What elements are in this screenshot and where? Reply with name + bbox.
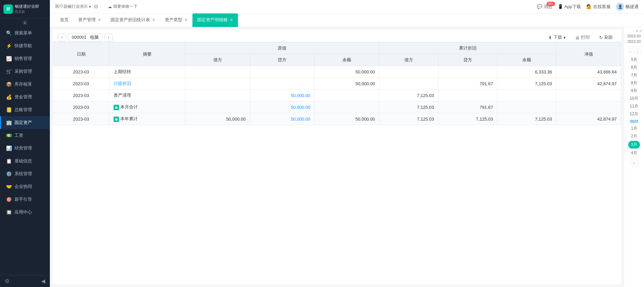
app-download-btn[interactable]: 📱 App下载 xyxy=(558,4,581,10)
tab-close-asset-type[interactable]: ✕ xyxy=(184,18,188,22)
experience-label: 我要体验一下 xyxy=(113,4,137,9)
sidebar-logo: 财 畅捷通好业财 普及版 xyxy=(0,0,50,19)
sidebar-item-fixedasset[interactable]: 🏢 固定资产 xyxy=(0,116,50,129)
download-label: 下载 xyxy=(553,34,562,40)
sidebar-item-quicknav[interactable]: ⚡ 快捷导航 xyxy=(0,39,50,52)
logo-icon: 财 xyxy=(3,4,13,14)
cell-date: 2023-03 xyxy=(53,113,110,125)
cell-orig-credit xyxy=(250,78,314,90)
print-btn[interactable]: 🖨 打印 xyxy=(573,33,592,42)
sidebar-item-operations[interactable]: 📊 经营管理 xyxy=(0,142,50,155)
sidebar-item-ledger[interactable]: 📒 总账管理 xyxy=(0,103,50,116)
sidebar-item-purchase[interactable]: 🛒 采购管理 xyxy=(0,65,50,78)
tab-asset-manage[interactable]: 资产管理✕ xyxy=(73,13,106,27)
timeline-next-btn[interactable]: › xyxy=(635,49,641,55)
collapse-icon[interactable]: ◀ xyxy=(41,278,45,284)
sidebar-item-label-fixedasset: 固定资产 xyxy=(14,120,32,126)
topbar-settings-icon[interactable]: ⚙ xyxy=(94,3,98,10)
refresh-btn[interactable]: ↻ 刷新 xyxy=(596,33,616,42)
cell-orig-debit xyxy=(185,101,250,113)
user-area[interactable]: 👤 畅捷通 xyxy=(616,3,639,11)
row-icon: ▣ xyxy=(114,117,119,122)
cell-summary: 资产清理 xyxy=(110,90,185,101)
cell-orig-balance: 50,000.00 xyxy=(314,113,379,125)
timeline-month[interactable]: 8月 xyxy=(630,79,638,87)
sidebar-item-label-purchase: 采购管理 xyxy=(14,68,32,74)
timeline-month[interactable]: 11月 xyxy=(630,102,638,110)
tab-asset-type[interactable]: 资产类型✕ xyxy=(160,13,192,27)
tab-close-asset-detail[interactable]: ✕ xyxy=(230,18,233,22)
cell-date: 2023-03 xyxy=(53,101,110,113)
timeline-month[interactable]: 12月 xyxy=(630,110,638,118)
sidebar-item-sales[interactable]: 📈 销售管理 xyxy=(0,52,50,65)
print-icon: 🖨 xyxy=(575,35,580,40)
th-credit2: 贷方 xyxy=(438,54,497,66)
timeline-month[interactable]: 10月 xyxy=(630,95,638,102)
sidebar-item-label-sysmanage: 系统管理 xyxy=(14,171,32,177)
capital-icon: 💰 xyxy=(6,94,12,100)
tab-close-depreciation-stats[interactable]: ✕ xyxy=(152,18,155,22)
timeline-month[interactable]: 6月 xyxy=(630,64,638,71)
timeline-year-header: 2023.03 xyxy=(627,33,641,39)
next-asset-btn[interactable]: › xyxy=(104,33,113,41)
th-balance2: 余额 xyxy=(497,54,556,66)
quicknav-icon: ⚡ xyxy=(6,43,12,49)
sidebar-item-basicinfo[interactable]: 📋 基础信息 xyxy=(0,155,50,167)
cell-net-value: 42,874.97 xyxy=(556,78,621,90)
th-summary: 摘要 xyxy=(110,42,185,66)
table-row: 2023-03 上期结转 50,000.00 6,333.36 43,666.6… xyxy=(53,66,621,78)
cell-summary: 上期结转 xyxy=(110,66,185,78)
cloud-icon: ☁ xyxy=(108,4,112,9)
sidebar-item-appcenter[interactable]: 🔲 应用中心 xyxy=(0,206,50,219)
tab-close-asset-manage[interactable]: ✕ xyxy=(98,18,101,22)
message-btn[interactable]: 💬 消息 99+ xyxy=(537,4,552,10)
download-dropdown-icon: ▾ xyxy=(563,35,566,40)
timeline-month-2023[interactable]: 4月 xyxy=(628,149,640,157)
sidebar-item-collab[interactable]: 🤝 企业协同 xyxy=(0,180,50,193)
timeline-down-btn[interactable]: ↓ xyxy=(630,158,638,166)
asset-navigator: ‹ 000001 电脑 › xyxy=(58,33,113,41)
tab-home[interactable]: 首页 xyxy=(55,13,73,27)
tab-asset-detail[interactable]: 固定资产明细账✕ xyxy=(192,13,238,27)
download-btn[interactable]: ⬇ 下载 ▾ xyxy=(546,33,569,42)
scroll-up-btn[interactable]: ▲ xyxy=(22,20,28,25)
cell-summary: ▣本月合计 xyxy=(110,101,185,113)
prev-asset-btn[interactable]: ‹ xyxy=(58,33,66,41)
sidebar: 财 畅捷通好业财 普及版 ▲ 🔍 搜索菜单 ⚡ 快捷导航 📈 销售管理 🛒 采购… xyxy=(0,0,50,287)
tab-depreciation-stats[interactable]: 固定资产折旧统计表✕ xyxy=(106,13,160,27)
th-balance: 余额 xyxy=(314,54,379,66)
th-original-value: 原值 xyxy=(185,42,379,54)
timeline-expand-btn[interactable]: ⤢ xyxy=(639,28,643,33)
settings-icon[interactable]: ⚙ xyxy=(5,278,9,284)
sidebar-item-guide[interactable]: 🎯 新手引导 xyxy=(0,193,50,206)
cell-accum-debit xyxy=(379,66,438,78)
timeline-month-2023[interactable]: 1月 xyxy=(628,125,640,132)
timeline-month-2023[interactable]: 2月 xyxy=(628,132,640,140)
timeline-month[interactable]: 7月 xyxy=(630,71,638,79)
purchase-icon: 🛒 xyxy=(6,68,12,74)
cell-orig-credit: 50,000.00 xyxy=(250,101,314,113)
sidebar-item-inventory[interactable]: 📦 库存核算 xyxy=(0,78,50,91)
timeline-prev-btn[interactable]: ‹ xyxy=(628,49,634,55)
experience-btn[interactable]: ☁ 我要体验一下 xyxy=(108,4,137,9)
company-selector[interactable]: 医疗器械行业演示 ▾ xyxy=(55,4,91,9)
cell-accum-balance xyxy=(497,90,556,101)
timeline-month[interactable]: 5月 xyxy=(630,56,638,64)
logo-subtitle: 普及版 xyxy=(15,9,39,14)
sidebar-item-capital[interactable]: 💰 资金管理 xyxy=(0,91,50,103)
guide-icon: 🎯 xyxy=(6,196,12,202)
cell-summary: ▣本年累计 xyxy=(110,113,185,125)
timeline-month-2023[interactable]: 3月 xyxy=(628,141,640,149)
timeline-month[interactable]: 9月 xyxy=(630,87,638,95)
panel-toolbar: ‹ 000001 电脑 › ⬇ 下载 ▾ 🖨 xyxy=(53,30,621,42)
sidebar-item-label-salary: 工资 xyxy=(14,132,23,138)
cell-date: 2023-03 xyxy=(53,90,110,101)
timeline-close-btn[interactable]: × xyxy=(636,28,638,33)
avatar: 👤 xyxy=(616,3,624,11)
timeline-divider1 xyxy=(626,46,642,46)
sidebar-item-sysmanage[interactable]: ⚙️ 系统管理 xyxy=(0,167,50,180)
sidebar-item-search[interactable]: 🔍 搜索菜单 xyxy=(0,27,50,39)
company-name: 医疗器械行业演示 xyxy=(55,4,88,9)
sidebar-item-salary[interactable]: 💵 工资 xyxy=(0,129,50,142)
customer-service-btn[interactable]: 💁 在线客服 xyxy=(586,4,611,10)
